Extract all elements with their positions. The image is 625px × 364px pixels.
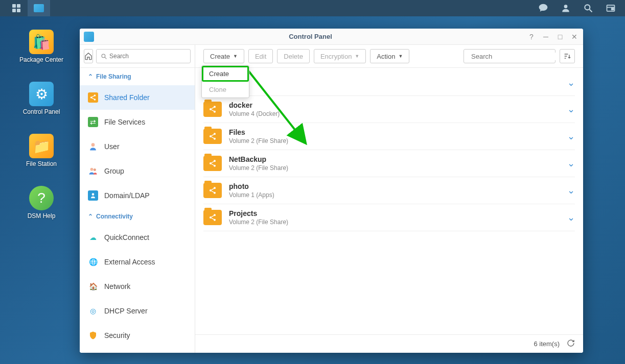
svg-line-36: [212, 134, 214, 136]
sidebar-item-shared-folder[interactable]: Shared Folder: [80, 85, 195, 110]
sidebar: ⌃ File Sharing Shared Folder ⇄ File Serv…: [80, 45, 195, 353]
sidebar-search[interactable]: [96, 49, 191, 63]
sidebar-item-label: Network: [104, 282, 130, 290]
folder-row[interactable]: docker Volume 4 (Docker) ⌄: [203, 96, 575, 123]
maximize-button[interactable]: □: [555, 32, 565, 41]
svg-line-52: [212, 218, 214, 220]
svg-line-46: [212, 188, 214, 190]
svg-line-15: [92, 96, 94, 97]
domain-ldap-icon: [88, 190, 98, 201]
svg-point-49: [210, 216, 212, 219]
sidebar-search-input[interactable]: [109, 53, 186, 60]
user-icon: [88, 141, 98, 152]
desktop-icon-file-station[interactable]: 📁 File Station: [18, 134, 64, 168]
folder-sub: Volume 4 (Docker): [229, 110, 567, 117]
svg-rect-2: [12, 9, 16, 12]
home-button[interactable]: [84, 49, 93, 63]
desktop-label: Control Panel: [18, 108, 64, 116]
chevron-down-icon[interactable]: ⌄: [567, 185, 575, 196]
control-panel-icon: ⚙: [29, 82, 54, 106]
folder-sub: Volume 2 (File Share): [229, 137, 567, 144]
minimize-button[interactable]: ─: [541, 32, 550, 41]
main-content: Create▼ Edit Delete Encryption▼ Action▼ …: [195, 45, 583, 353]
svg-point-13: [90, 96, 92, 99]
apps-menu-button[interactable]: [5, 0, 28, 16]
svg-point-29: [210, 108, 212, 110]
folder-sub: Volume 2 (File Share): [229, 164, 567, 172]
desktop-icon-package-center[interactable]: 🛍️ Package Center: [18, 30, 64, 64]
folder-name: docker: [229, 101, 567, 109]
svg-rect-3: [17, 9, 20, 12]
sidebar-item-label: External Access: [104, 258, 155, 266]
sidebar-item-dhcp-server[interactable]: ◎ DHCP Server: [80, 299, 195, 323]
folder-row[interactable]: NetBackup Volume 2 (File Share) ⌄: [203, 150, 575, 177]
sidebar-item-quickconnect[interactable]: ☁ QuickConnect: [80, 225, 195, 250]
sidebar-item-external-access[interactable]: 🌐 External Access: [80, 250, 195, 274]
sidebar-section-file-sharing[interactable]: ⌃ File Sharing: [80, 68, 195, 85]
refresh-button[interactable]: [567, 339, 575, 349]
folder-row[interactable]: share ⌄: [203, 70, 575, 96]
close-button[interactable]: ✕: [570, 32, 579, 41]
dropdown-clone[interactable]: Clone: [202, 82, 249, 98]
sidebar-item-network[interactable]: 🏠 Network: [80, 274, 195, 299]
chevron-down-icon[interactable]: ⌄: [567, 104, 575, 115]
security-icon: [88, 330, 98, 341]
svg-point-28: [214, 106, 216, 108]
widgets-icon[interactable]: [601, 0, 620, 16]
sidebar-section-connectivity[interactable]: ⌃ Connectivity: [80, 208, 195, 225]
desktop-icon-dsm-help[interactable]: ? DSM Help: [18, 186, 64, 221]
svg-point-17: [91, 143, 95, 147]
sidebar-item-domain-ldap[interactable]: Domain/LDAP: [80, 183, 195, 208]
dropdown-create[interactable]: Create: [202, 66, 249, 82]
folder-row[interactable]: photo Volume 1 (Apps) ⌄: [203, 177, 575, 204]
svg-rect-1: [17, 4, 20, 8]
toolbar-search[interactable]: [464, 49, 555, 63]
folder-row[interactable]: Files Volume 2 (File Share) ⌄: [203, 123, 575, 150]
edit-button[interactable]: Edit: [248, 49, 273, 63]
chat-icon[interactable]: [534, 0, 552, 16]
user-icon[interactable]: [557, 0, 575, 16]
folder-row[interactable]: Projects Volume 2 (File Share) ⌄: [203, 204, 575, 231]
sidebar-item-file-services[interactable]: ⇄ File Services: [80, 110, 195, 134]
group-icon: [88, 166, 98, 176]
control-panel-window: Control Panel ? ─ □ ✕ ⌃ File Sharing: [80, 29, 583, 353]
search-icon[interactable]: [579, 0, 597, 16]
chevron-up-icon: ⌃: [88, 73, 93, 80]
taskbar-app-control-panel[interactable]: [28, 0, 50, 16]
sort-button[interactable]: [560, 49, 575, 63]
sidebar-item-user[interactable]: User: [80, 134, 195, 159]
sidebar-item-group[interactable]: Group: [80, 159, 195, 183]
item-count: 6 item(s): [534, 340, 560, 348]
svg-point-35: [214, 138, 216, 140]
package-icon: 🛍️: [29, 30, 54, 54]
desktop-label: Package Center: [18, 56, 64, 64]
delete-button[interactable]: Delete: [277, 49, 310, 63]
svg-line-41: [212, 161, 214, 163]
svg-line-11: [105, 57, 106, 59]
sidebar-item-label: Domain/LDAP: [104, 191, 150, 200]
chevron-down-icon[interactable]: ⌄: [567, 77, 575, 88]
sidebar-item-security[interactable]: Security: [80, 323, 195, 348]
svg-point-34: [210, 135, 212, 137]
create-button[interactable]: Create▼: [203, 49, 244, 63]
help-button[interactable]: ?: [527, 32, 536, 41]
help-icon: ?: [29, 186, 54, 210]
chevron-down-icon[interactable]: ⌄: [567, 131, 575, 142]
shared-folder-icon: [88, 92, 98, 103]
chevron-down-icon[interactable]: ⌄: [567, 158, 575, 169]
svg-point-14: [94, 99, 96, 101]
statusbar: 6 item(s): [195, 334, 583, 353]
folder-icon: [203, 183, 222, 198]
toolbar: Create▼ Edit Delete Encryption▼ Action▼: [195, 45, 583, 68]
desktop-icon-control-panel[interactable]: ⚙ Control Panel: [18, 82, 64, 116]
svg-point-48: [214, 214, 216, 216]
quickconnect-icon: ☁: [88, 232, 98, 242]
sidebar-item-label: Group: [104, 167, 124, 175]
window-titlebar[interactable]: Control Panel ? ─ □ ✕: [80, 29, 583, 45]
encryption-button[interactable]: Encryption▼: [314, 49, 366, 63]
chevron-down-icon[interactable]: ⌄: [567, 212, 575, 223]
svg-line-31: [212, 107, 214, 109]
action-button[interactable]: Action▼: [370, 49, 409, 63]
toolbar-search-input[interactable]: [471, 53, 557, 60]
svg-line-37: [212, 137, 214, 138]
